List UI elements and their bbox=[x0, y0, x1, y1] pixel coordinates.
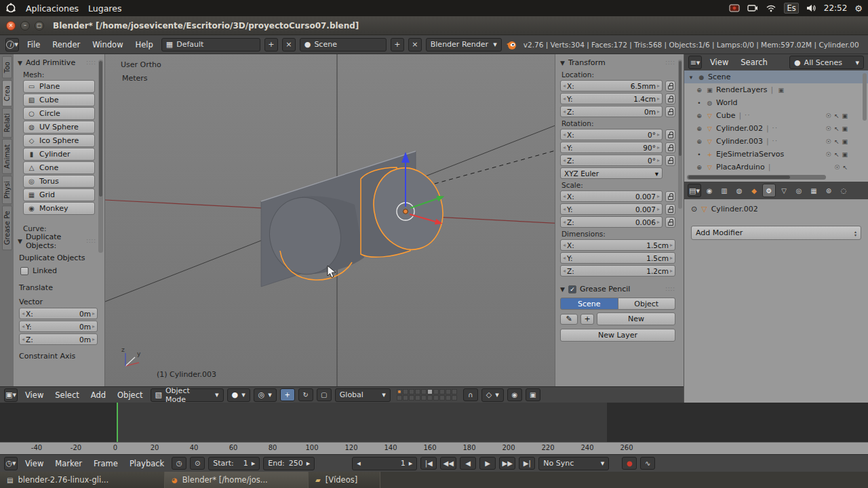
jump-to-start-button[interactable]: |◀ bbox=[420, 457, 437, 470]
gp-tab-object[interactable]: Object bbox=[618, 298, 676, 310]
transform-orientation-dropdown[interactable]: Global ▾ bbox=[335, 388, 391, 402]
slider-left-arrow-icon[interactable]: ◂ bbox=[563, 242, 566, 248]
slider-left-arrow-icon[interactable]: ◂ bbox=[563, 219, 566, 225]
selectable-icon[interactable]: ↖ bbox=[834, 138, 840, 145]
layer-cell[interactable] bbox=[409, 389, 414, 394]
taskbar-item-blender-folder[interactable]: ▤ blender-2.76-linux-gli... bbox=[0, 472, 165, 488]
menu-file[interactable]: File bbox=[23, 40, 44, 49]
session-gear-icon[interactable]: ⚙ bbox=[854, 3, 863, 14]
tab-physics[interactable]: Physi bbox=[2, 176, 12, 204]
snap-toggle[interactable]: ∩ bbox=[463, 388, 478, 401]
viewport-menu-select[interactable]: Select bbox=[51, 390, 83, 400]
add-monkey-button[interactable]: ◉Monkey bbox=[23, 202, 95, 215]
lock-scale-y-button[interactable] bbox=[665, 204, 675, 215]
field-arrow-icon[interactable]: ▸ bbox=[409, 459, 413, 468]
viewport-shading-dropdown[interactable]: ● ▾ bbox=[227, 388, 250, 402]
places-menu[interactable]: Lugares bbox=[88, 3, 121, 14]
slider-right-arrow-icon[interactable]: ▸ bbox=[670, 242, 673, 248]
rotation-y-slider[interactable]: ◂ Y: 90° ▸ bbox=[560, 142, 663, 153]
layout-delete-button[interactable]: × bbox=[282, 38, 296, 52]
info-editor-type-button[interactable]: i▾ bbox=[5, 38, 19, 52]
layer-cell[interactable] bbox=[403, 395, 408, 401]
vector-y-slider[interactable]: ◂ Y: 0m ▸ bbox=[19, 321, 98, 332]
layer-cell[interactable] bbox=[433, 395, 439, 401]
outliner-row-ejesimetriaservos[interactable]: • + EjeSimetriaServos ☉ ↖ ▣ bbox=[684, 148, 868, 161]
panel-grip-icon[interactable]: :::: bbox=[665, 60, 675, 66]
render-opengl-button[interactable]: ▣ bbox=[526, 388, 540, 401]
selectable-icon[interactable]: ↖ bbox=[834, 125, 840, 132]
scene-selector[interactable]: ● Scene bbox=[300, 38, 387, 52]
outliner-horizontal-scrollbar[interactable] bbox=[687, 175, 826, 180]
grease-pencil-panel-header[interactable]: ▼ ✓ Grease Pencil :::: bbox=[560, 283, 675, 295]
grease-pencil-checkbox[interactable]: ✓ bbox=[568, 285, 576, 293]
layer-cell[interactable] bbox=[446, 389, 451, 394]
rotation-mode-dropdown[interactable]: XYZ Euler ▾ bbox=[560, 167, 663, 179]
camera-indicator-icon[interactable] bbox=[747, 4, 758, 12]
tool-shelf-scrollbar[interactable] bbox=[98, 60, 103, 253]
scene-add-button[interactable]: + bbox=[391, 38, 404, 52]
viewport-3d[interactable]: y z User Ortho Meters (1) Cylinder.003 ▼… bbox=[105, 54, 684, 386]
gp-tab-scene[interactable]: Scene bbox=[560, 298, 618, 310]
field-arrow-icon[interactable]: ▸ bbox=[252, 459, 256, 468]
selectable-icon[interactable]: ↖ bbox=[842, 164, 848, 171]
slider-left-arrow-icon[interactable]: ◂ bbox=[22, 336, 24, 342]
add-ico-sphere-button[interactable]: ◇Ico Sphere bbox=[23, 134, 95, 147]
outliner-row-placaarduino[interactable]: ⊕ ▽ PlacaArduino | ☉ ↖ bbox=[684, 161, 868, 174]
pin-icon[interactable]: ⊙ bbox=[691, 205, 697, 214]
object-tab[interactable]: ◆ bbox=[747, 184, 761, 197]
end-frame-field[interactable]: End: 250 ▸ bbox=[263, 457, 315, 470]
panel-grip-icon[interactable]: :::: bbox=[665, 286, 675, 292]
menu-render[interactable]: Render bbox=[48, 40, 84, 49]
texture-tab[interactable]: ▦ bbox=[807, 184, 821, 197]
material-tab[interactable]: ◎ bbox=[792, 184, 806, 197]
slider-right-arrow-icon[interactable]: ▸ bbox=[657, 83, 660, 89]
dimensions-z-slider[interactable]: ◂ Z: 1.2cm ▸ bbox=[560, 265, 675, 277]
applications-menu[interactable]: Aplicaciones bbox=[26, 3, 79, 14]
selectable-icon[interactable]: ↖ bbox=[834, 151, 840, 158]
modifiers-tab[interactable]: ⚙ bbox=[762, 184, 776, 197]
layers-widget[interactable] bbox=[397, 389, 457, 401]
viewport-menu-object[interactable]: Object bbox=[113, 390, 146, 400]
lock-rotation-y-button[interactable] bbox=[665, 142, 675, 153]
slider-right-arrow-icon[interactable]: ▸ bbox=[657, 193, 660, 199]
lock-location-x-button[interactable] bbox=[665, 81, 675, 92]
timeline-editor-type-button[interactable]: ◷▾ bbox=[4, 457, 18, 470]
keyboard-layout-indicator[interactable]: Es bbox=[784, 3, 798, 14]
slider-right-arrow-icon[interactable]: ▸ bbox=[92, 310, 95, 317]
slider-left-arrow-icon[interactable]: ◂ bbox=[563, 268, 566, 274]
add-modifier-dropdown[interactable]: Add Modifier ▴▾ bbox=[691, 226, 861, 240]
eye-icon[interactable]: ☉ bbox=[826, 138, 831, 145]
preview-range-toggle[interactable]: ◷ bbox=[172, 457, 186, 470]
slider-right-arrow-icon[interactable]: ▸ bbox=[92, 336, 95, 342]
layer-cell[interactable] bbox=[421, 389, 427, 394]
duplicate-objects-panel-header[interactable]: ▼ Duplicate Objects: :::: bbox=[18, 235, 96, 247]
outliner-row-scene[interactable]: ▾ ● Scene bbox=[684, 70, 868, 83]
expand-icon[interactable]: ⊕ bbox=[695, 113, 703, 119]
play-reverse-button[interactable]: ◀ bbox=[460, 457, 476, 470]
slider-right-arrow-icon[interactable]: ▸ bbox=[657, 108, 660, 115]
volume-icon[interactable] bbox=[806, 4, 816, 12]
slider-left-arrow-icon[interactable]: ◂ bbox=[563, 131, 566, 138]
properties-editor-type-button[interactable]: ▤▾ bbox=[688, 184, 701, 197]
selectable-icon[interactable]: ↖ bbox=[834, 113, 840, 119]
slider-right-arrow-icon[interactable]: ▸ bbox=[670, 268, 673, 274]
eye-icon[interactable]: ☉ bbox=[834, 164, 840, 171]
expand-icon[interactable]: ⊕ bbox=[695, 164, 703, 171]
layer-cell[interactable] bbox=[403, 389, 408, 394]
scrollbar-thumb[interactable] bbox=[679, 61, 682, 156]
render-image-button[interactable]: ◉ bbox=[507, 388, 522, 401]
lock-time-toggle[interactable]: ⊙ bbox=[190, 457, 205, 470]
location-y-slider[interactable]: ◂ Y: 1.4cm ▸ bbox=[560, 93, 663, 104]
n-panel-scrollbar[interactable] bbox=[678, 60, 682, 209]
slider-right-arrow-icon[interactable]: ▸ bbox=[657, 219, 660, 225]
expand-icon[interactable]: ⊕ bbox=[695, 125, 703, 132]
slider-right-arrow-icon[interactable]: ▸ bbox=[657, 96, 660, 102]
eye-icon[interactable]: ☉ bbox=[826, 113, 831, 119]
timeline-menu-marker[interactable]: Marker bbox=[51, 459, 86, 468]
renderable-icon[interactable]: ▣ bbox=[842, 138, 848, 145]
renderable-icon[interactable]: ▣ bbox=[842, 151, 848, 158]
slider-left-arrow-icon[interactable]: ◂ bbox=[563, 255, 566, 261]
render-engine-selector[interactable]: Blender Render ▾ bbox=[426, 38, 502, 52]
physics-tab[interactable]: ◌ bbox=[837, 184, 850, 197]
wifi-icon[interactable] bbox=[766, 4, 776, 12]
